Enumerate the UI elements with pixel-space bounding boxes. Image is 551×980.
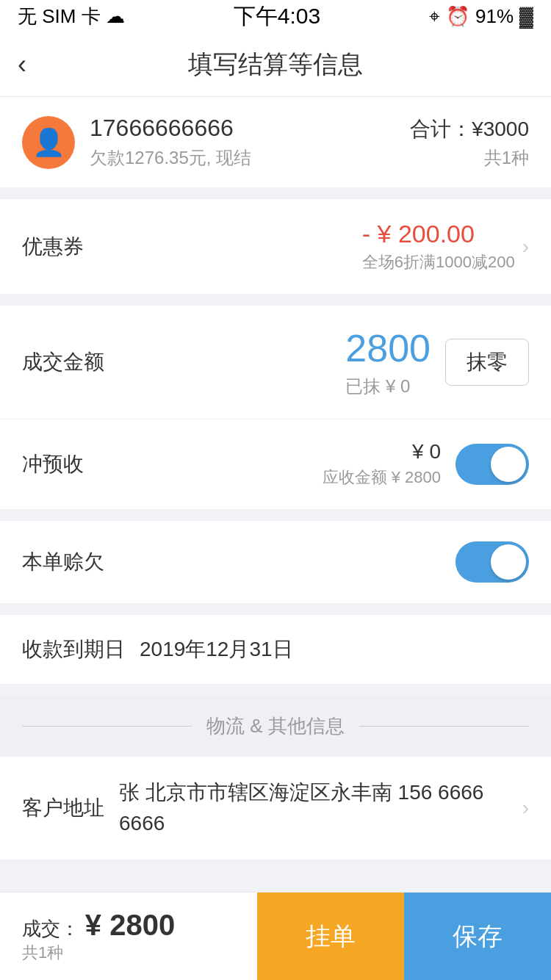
coupon-desc: 全场6折满1000减200 bbox=[362, 251, 515, 273]
prereceive-amount: ¥ 0 应收金额 ¥ 2800 bbox=[323, 440, 441, 489]
toggle-circle bbox=[491, 447, 526, 482]
duedate-label: 收款到期日 bbox=[22, 635, 125, 663]
status-bar: 无 SIM 卡 ☁ 下午4:03 ⌖ ⏰ 91% ▓ bbox=[0, 0, 551, 32]
pending-button[interactable]: 挂单 bbox=[257, 893, 404, 981]
avatar: 👤 bbox=[22, 116, 75, 169]
bottom-summary: 成交： ¥ 2800 共1种 bbox=[0, 909, 257, 964]
customer-info: 17666666666 欠款1276.35元, 现结 bbox=[90, 115, 251, 170]
total-label-value: 合计：¥3000 bbox=[410, 115, 529, 143]
save-button[interactable]: 保存 bbox=[404, 893, 551, 981]
address-section: 客户地址 张 北京市市辖区海淀区永丰南 156 6666 6666 › bbox=[0, 757, 551, 860]
bottom-deal-line: 成交： ¥ 2800 bbox=[22, 909, 235, 942]
debt-toggle-circle bbox=[491, 544, 526, 580]
sim-label: 无 SIM 卡 ☁ bbox=[18, 4, 125, 29]
divider-line-left bbox=[22, 726, 192, 727]
alarm-icon: ⏰ bbox=[446, 5, 469, 28]
duedate-value: 2019年12月31日 bbox=[140, 635, 293, 663]
duedate-row: 收款到期日 2019年12月31日 bbox=[0, 615, 551, 684]
status-time: 下午4:03 bbox=[234, 1, 320, 32]
coupon-amount: - ¥ 200.00 bbox=[362, 220, 515, 248]
deal-amount-row: 成交金额 2800 已抹 ¥ 0 抹零 bbox=[0, 306, 551, 419]
prereceive-main-value: ¥ 0 bbox=[323, 440, 441, 464]
coupon-label: 优惠券 bbox=[22, 233, 84, 261]
coupon-info: - ¥ 200.00 全场6折满1000减200 bbox=[362, 220, 515, 273]
bottom-deal-label: 成交： bbox=[22, 918, 79, 940]
bottom-bar: 成交： ¥ 2800 共1种 挂单 保存 bbox=[0, 892, 551, 980]
customer-card: 👤 17666666666 欠款1276.35元, 现结 合计：¥3000 共1… bbox=[0, 97, 551, 187]
status-left: 无 SIM 卡 ☁ bbox=[18, 4, 125, 29]
address-value: 张 北京市市辖区海淀区永丰南 156 6666 6666 bbox=[119, 777, 522, 839]
page-title: 填写结算等信息 bbox=[188, 48, 363, 82]
prereceive-toggle[interactable] bbox=[455, 444, 529, 485]
customer-left: 👤 17666666666 欠款1276.35元, 现结 bbox=[22, 115, 251, 170]
address-chevron-icon: › bbox=[522, 796, 529, 820]
deal-right: 2800 已抹 ¥ 0 抹零 bbox=[345, 326, 529, 398]
prereceive-row: 冲预收 ¥ 0 应收金额 ¥ 2800 bbox=[0, 419, 551, 509]
address-label: 客户地址 bbox=[22, 794, 104, 822]
coupon-right: - ¥ 200.00 全场6折满1000减200 › bbox=[362, 220, 529, 273]
customer-right: 合计：¥3000 共1种 bbox=[410, 115, 529, 170]
divider-line-right bbox=[359, 726, 529, 727]
location-icon: ⌖ bbox=[429, 5, 440, 28]
address-row[interactable]: 客户地址 张 北京市市辖区海淀区永丰南 156 6666 6666 › bbox=[0, 757, 551, 860]
debt-section: 本单赊欠 bbox=[0, 521, 551, 603]
bottom-count: 共1种 bbox=[22, 942, 235, 964]
deal-sub: 已抹 ¥ 0 bbox=[345, 375, 431, 398]
status-right: ⌖ ⏰ 91% ▓ bbox=[429, 5, 533, 28]
divider-text: 物流 & 其他信息 bbox=[192, 713, 359, 739]
total-value: ¥3000 bbox=[472, 118, 529, 140]
total-count: 共1种 bbox=[410, 146, 529, 170]
prereceive-right: ¥ 0 应收金额 ¥ 2800 bbox=[323, 440, 529, 489]
customer-phone: 17666666666 bbox=[90, 115, 251, 142]
nav-bar: ‹ 填写结算等信息 bbox=[0, 32, 551, 97]
deal-label: 成交金额 bbox=[22, 348, 104, 376]
deal-amount: 2800 bbox=[345, 326, 431, 370]
prereceive-sub: 应收金额 ¥ 2800 bbox=[323, 466, 441, 489]
coupon-section: 优惠券 - ¥ 200.00 全场6折满1000减200 › bbox=[0, 199, 551, 294]
total-label: 合计： bbox=[410, 118, 472, 140]
customer-sub-text: 欠款1276.35元, 现结 bbox=[90, 146, 251, 170]
person-icon: 👤 bbox=[32, 127, 65, 158]
debt-row: 本单赊欠 bbox=[0, 521, 551, 603]
battery-label: 91% bbox=[475, 5, 514, 28]
back-button[interactable]: ‹ bbox=[18, 49, 26, 80]
divider-section: 物流 & 其他信息 bbox=[0, 696, 551, 757]
deal-amount-info: 2800 已抹 ¥ 0 bbox=[345, 326, 431, 398]
bottom-deal-value: ¥ 2800 bbox=[85, 909, 175, 941]
battery-icon: ▓ bbox=[519, 5, 533, 28]
debt-label: 本单赊欠 bbox=[22, 548, 104, 576]
prereceive-label: 冲预收 bbox=[22, 450, 84, 478]
coupon-row[interactable]: 优惠券 - ¥ 200.00 全场6折满1000减200 › bbox=[0, 199, 551, 294]
duedate-section: 收款到期日 2019年12月31日 bbox=[0, 615, 551, 684]
content-area: 👤 17666666666 欠款1276.35元, 现结 合计：¥3000 共1… bbox=[0, 97, 551, 980]
deal-section: 成交金额 2800 已抹 ¥ 0 抹零 冲预收 ¥ 0 应收金额 ¥ 2800 bbox=[0, 306, 551, 509]
chevron-right-icon: › bbox=[522, 235, 529, 259]
round-zero-button[interactable]: 抹零 bbox=[445, 339, 529, 386]
debt-toggle[interactable] bbox=[455, 541, 529, 583]
